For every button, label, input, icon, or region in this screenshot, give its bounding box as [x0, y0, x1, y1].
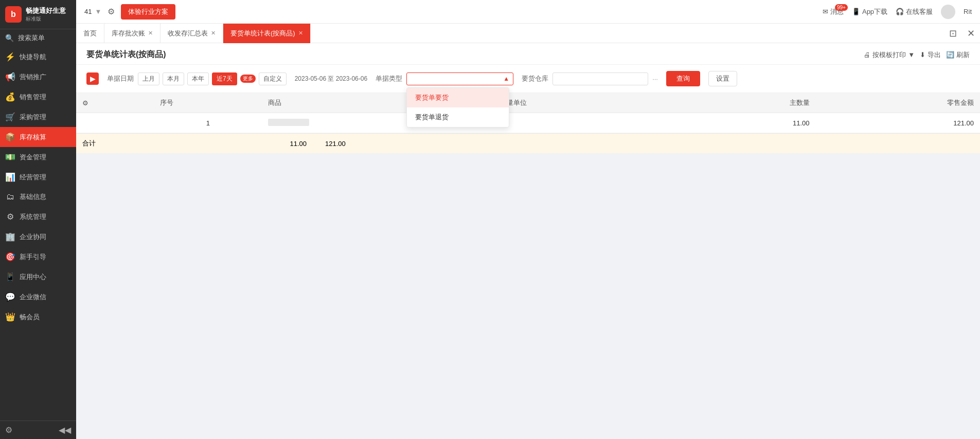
dropdown-item-order-return[interactable]: 要货单退货	[407, 107, 509, 127]
warehouse-more-icon[interactable]: ···	[652, 75, 658, 83]
industry-btn[interactable]: 体验行业方案	[121, 4, 175, 20]
sidebar-item-label: 营销推广	[20, 72, 46, 82]
sidebar-item-guide[interactable]: 🎯 新手引导	[0, 247, 76, 267]
sidebar-item-apps[interactable]: 📱 应用中心	[0, 267, 76, 287]
sales-icon: 💰	[5, 92, 15, 102]
operations-icon: 📊	[5, 172, 15, 182]
col-settings[interactable]: ⚙	[76, 93, 154, 113]
store-selector[interactable]: 41 ▼	[84, 8, 101, 15]
col-unit: 主计量单位	[487, 93, 680, 113]
sidebar-collapse-icon[interactable]: ◀◀	[59, 425, 71, 435]
col-seq: 序号	[154, 93, 262, 113]
sidebar-item-system[interactable]: ⚙ 系统管理	[0, 207, 76, 227]
export-label: 导出	[928, 50, 941, 60]
date-range-text: 2023-05-06 至 2023-06-06	[295, 75, 367, 83]
topbar-messages[interactable]: ✉ 消息 99+	[823, 7, 844, 16]
sidebar-item-label: 采购管理	[20, 113, 46, 122]
more-date-badge[interactable]: 更多	[240, 75, 256, 83]
main-area: 41 ▼ ⚙ 体验行业方案 ✉ 消息 99+ 📱 App下载 🎧 在线客服 Ri…	[76, 0, 980, 439]
print-btn[interactable]: 🖨 按模板打印 ▼	[864, 50, 915, 60]
topbar-app-download[interactable]: 📱 App下载	[852, 7, 887, 16]
table-row: 1 块 11.00 121.00	[76, 113, 980, 133]
date-btn-this-month[interactable]: 本月	[163, 72, 184, 85]
message-badge: 99+	[835, 4, 848, 11]
content-area: 要货单统计表(按商品) 🖨 按模板打印 ▼ ⬇ 导出 🔄 刷新	[76, 43, 980, 439]
topbar-gear-icon[interactable]: ⚙	[108, 7, 115, 16]
wechat-icon: 💬	[5, 292, 15, 302]
basic-icon: 🗂	[5, 192, 15, 202]
print-label: 按模板打印	[872, 50, 906, 60]
warehouse-input[interactable]	[553, 72, 648, 85]
date-btn-custom[interactable]: 自定义	[259, 72, 287, 85]
sidebar-settings-icon[interactable]: ⚙	[5, 425, 12, 435]
tab-order-stats[interactable]: 要货单统计表(按商品) ✕	[223, 24, 311, 43]
app-subtitle: 标准版	[26, 15, 66, 22]
purchase-icon: 🛒	[5, 112, 15, 122]
settings-btn[interactable]: 设置	[708, 71, 737, 86]
tab-restore-btn[interactable]: ⊡	[944, 24, 962, 43]
refresh-btn[interactable]: 🔄 刷新	[946, 50, 970, 60]
sidebar-item-sales[interactable]: 💰 销售管理	[0, 87, 76, 107]
sidebar-search[interactable]: 🔍 搜索菜单	[0, 29, 76, 47]
table-footer: 合计 11.00 121.00	[76, 133, 980, 153]
export-btn[interactable]: ⬇ 导出	[920, 50, 941, 60]
sidebar-item-basic[interactable]: 🗂 基础信息	[0, 187, 76, 207]
date-options: 上月 本月 本年 近7天 更多 自定义	[138, 72, 287, 85]
sidebar-search-label: 搜索菜单	[18, 33, 45, 43]
table-body: 1 块 11.00 121.00	[76, 113, 980, 133]
tab-home[interactable]: 首页	[76, 24, 104, 43]
type-select-arrow-icon[interactable]: ▲	[503, 75, 509, 82]
sidebar-bottom: ⚙ ◀◀	[0, 420, 76, 439]
filter-toggle-btn[interactable]: ▶	[86, 72, 99, 85]
sidebar-item-label: 新手引导	[20, 252, 46, 262]
type-filter-label: 单据类型	[376, 74, 402, 83]
type-select[interactable]: ▲	[406, 72, 513, 85]
sidebar-item-marketing[interactable]: 📢 营销推广	[0, 67, 76, 87]
tab-receive-summary[interactable]: 收发存汇总表 ✕	[161, 24, 223, 43]
sidebar-item-operations[interactable]: 📊 经营管理	[0, 167, 76, 187]
type-select-input[interactable]	[406, 72, 513, 85]
store-number: 41	[84, 8, 92, 15]
app-logo-text: 畅捷通好生意 标准版	[26, 7, 66, 22]
sidebar-item-label: 经营管理	[20, 173, 46, 182]
refresh-label: 刷新	[956, 50, 970, 60]
search-icon: 🔍	[5, 34, 14, 42]
page-title: 要货单统计表(按商品)	[86, 49, 166, 60]
tab-batch-account-close-icon[interactable]: ✕	[148, 30, 153, 36]
table-area: ⚙ 序号 商品 主计量单位 主数量 零售金额 1	[76, 93, 980, 133]
tab-receive-summary-label: 收发存汇总表	[168, 29, 208, 38]
tab-batch-account[interactable]: 库存批次账 ✕	[104, 24, 161, 43]
date-filter-label: 单据日期	[107, 74, 134, 83]
sidebar-item-enterprise[interactable]: 🏢 企业协同	[0, 227, 76, 247]
tabs-bar: 首页 库存批次账 ✕ 收发存汇总表 ✕ 要货单统计表(按商品) ✕ ⊡ ✕	[76, 24, 980, 43]
tab-receive-summary-close-icon[interactable]: ✕	[211, 30, 216, 36]
dropdown-item-label: 要货单退货	[415, 113, 449, 121]
col-amount: 零售金额	[816, 93, 981, 113]
tab-home-label: 首页	[83, 29, 97, 38]
sidebar-item-label: 企业微信	[20, 292, 46, 302]
date-filter-group: 单据日期 上月 本月 本年 近7天 更多 自定义	[107, 72, 287, 85]
sidebar-item-quick-nav[interactable]: ⚡ 快捷导航	[0, 47, 76, 67]
avatar[interactable]	[941, 5, 955, 19]
row-qty: 11.00	[680, 113, 816, 133]
sidebar-item-finance[interactable]: 💵 资金管理	[0, 147, 76, 167]
refresh-icon: 🔄	[946, 51, 954, 59]
tab-order-stats-close-icon[interactable]: ✕	[298, 30, 303, 36]
sidebar-item-inventory[interactable]: 📦 库存核算	[0, 127, 76, 147]
sidebar-item-member[interactable]: 👑 畅会员	[0, 307, 76, 327]
sidebar-item-wechat[interactable]: 💬 企业微信	[0, 287, 76, 307]
sidebar-item-purchase[interactable]: 🛒 采购管理	[0, 107, 76, 127]
message-icon: ✉	[823, 8, 828, 15]
apps-icon: 📱	[5, 272, 15, 282]
sidebar-item-label: 畅会员	[20, 313, 40, 322]
date-btn-prev-month[interactable]: 上月	[138, 72, 159, 85]
tabs-actions: ⊡ ✕	[944, 24, 980, 43]
topbar-online-service[interactable]: 🎧 在线客服	[896, 7, 933, 16]
query-btn[interactable]: 查询	[666, 71, 700, 86]
quick-nav-icon: ⚡	[5, 52, 15, 62]
dropdown-item-order-goods[interactable]: 要货单要货	[407, 88, 509, 107]
warehouse-filter-group: 要货仓库 ···	[522, 72, 658, 85]
date-btn-this-year[interactable]: 本年	[187, 72, 209, 85]
date-btn-7days[interactable]: 近7天	[212, 72, 237, 85]
tab-close-btn[interactable]: ✕	[962, 24, 980, 43]
